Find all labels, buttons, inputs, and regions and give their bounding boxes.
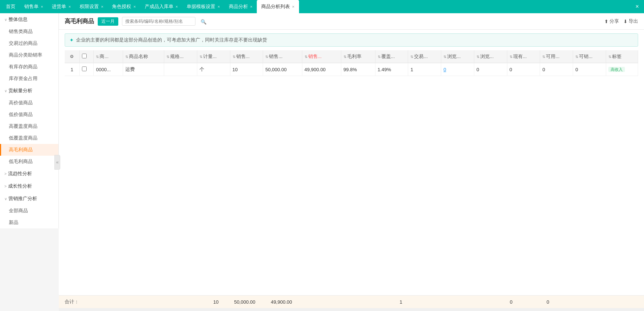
row-sellable-stock: 0	[573, 63, 606, 76]
sidebar-item-all-goods[interactable]: 全部商品	[0, 205, 58, 217]
sidebar-group-marketing[interactable]: ∨ 营销推广分析	[0, 192, 58, 205]
col-settings[interactable]: ⚙	[65, 50, 79, 63]
col-sales-amount[interactable]: ⇅销售...	[263, 50, 302, 63]
sidebar-group-contribution[interactable]: ∨ 贡献量分析	[0, 84, 58, 97]
table-container: ⚙ ⇅商... ⇅商品名称 ⇅规格... ⇅计量... ⇅销售... ⇅销售..…	[59, 50, 644, 295]
footer-totals-bar: 合计： 10 50,000.00 49,900.00 1 0 0	[59, 295, 644, 308]
search-button[interactable]: 🔍	[199, 18, 208, 25]
close-product-inbound-tab[interactable]: ×	[176, 0, 178, 13]
arrow-marketing: ∨	[4, 197, 7, 201]
footer-label: 合计：	[65, 299, 79, 305]
row-code[interactable]: 0000...	[94, 63, 123, 76]
sidebar-item-high-value[interactable]: 高价值商品	[0, 97, 58, 109]
sidebar-item-low-margin[interactable]: 低毛利商品	[0, 156, 58, 167]
sidebar-item-in-stock[interactable]: 有库存的商品	[0, 61, 58, 73]
content-panel: 高毛利商品 近一月 🔍 ⬆ 分享 ⬇ 导出 ✦ 企业的主要的利润都是这部分商品创…	[59, 13, 644, 311]
table-row: 1 0000... 运费 个 10 50,000.00 49,900.00 99…	[65, 63, 638, 76]
col-current-stock[interactable]: ⇅现有...	[507, 50, 540, 63]
sidebar-item-sales-goods[interactable]: 销售类商品	[0, 26, 58, 37]
sidebar-group-trend[interactable]: > 流趋性分析	[0, 167, 58, 180]
close-permission-tab[interactable]: ×	[101, 0, 103, 13]
search-icon: 🔍	[201, 19, 206, 25]
sidebar-item-high-coverage[interactable]: 高覆盖度商品	[0, 120, 58, 132]
nav-tab-product-inbound[interactable]: 产成品入库单 ×	[140, 0, 182, 13]
col-sales-qty[interactable]: ⇅销售...	[230, 50, 263, 63]
close-analysis-tab[interactable]: ×	[250, 0, 252, 13]
nav-tab-permission[interactable]: 权限设置 ×	[75, 0, 108, 13]
sidebar-group-growth[interactable]: > 成长性分析	[0, 180, 58, 192]
row-checkbox[interactable]	[79, 63, 94, 76]
col-available-stock[interactable]: ⇅可用...	[540, 50, 573, 63]
row-gross-margin: 99.8%	[341, 63, 375, 76]
export-button[interactable]: ⬇ 导出	[623, 18, 638, 25]
sidebar-item-stock-capital[interactable]: 库存资金占用	[0, 73, 58, 84]
close-sales-tab[interactable]: ×	[41, 0, 43, 13]
nav-tab-analysis-list[interactable]: 商品分析列表 ×	[257, 0, 299, 13]
row-name: 运费	[123, 63, 164, 76]
sidebar-item-low-value[interactable]: 低价值商品	[0, 109, 58, 120]
col-code[interactable]: ⇅商...	[94, 50, 123, 63]
footer-sales-amount: 50,000.00	[226, 299, 255, 305]
nav-tab-sales[interactable]: 销售单 ×	[20, 0, 47, 13]
row-sales-amount: 50,000.00	[263, 63, 302, 76]
sidebar-item-category-rate[interactable]: 商品分类助销率	[0, 49, 58, 61]
table-header-row: ⚙ ⇅商... ⇅商品名称 ⇅规格... ⇅计量... ⇅销售... ⇅销售..…	[65, 50, 638, 63]
window-close-button[interactable]: ×	[632, 3, 643, 10]
search-input[interactable]	[122, 17, 195, 26]
col-unit[interactable]: ⇅计量...	[197, 50, 230, 63]
row-available-stock: 0	[540, 63, 573, 76]
footer-sales-profit: 49,900.00	[263, 299, 292, 305]
close-role-tab[interactable]: ×	[133, 0, 136, 13]
info-icon: ✦	[69, 37, 74, 43]
row-select-checkbox[interactable]	[82, 66, 87, 71]
horizontal-scrollbar[interactable]	[59, 308, 644, 311]
sidebar-item-low-coverage[interactable]: 低覆盖度商品	[0, 132, 58, 144]
col-views1[interactable]: ⇅浏览...	[441, 50, 474, 63]
row-num: 1	[65, 63, 79, 76]
nav-tab-role[interactable]: 角色授权 ×	[108, 0, 140, 13]
row-unit: 个	[197, 63, 230, 76]
arrow-contribution: ∨	[4, 89, 7, 93]
top-nav: 首页 销售单 × 进货单 × 权限设置 × 角色授权 × 产成品入库单 × 单据…	[0, 0, 644, 13]
row-sales-qty: 10	[230, 63, 263, 76]
sidebar-item-traded-goods[interactable]: 交易过的商品	[0, 37, 58, 49]
footer-current-stock: 0	[483, 299, 512, 305]
col-checkbox	[79, 50, 94, 63]
arrow-growth: >	[4, 184, 7, 188]
sidebar-collapse-button[interactable]: «	[54, 155, 60, 170]
col-tag[interactable]: ⇅标签	[606, 50, 638, 63]
share-button[interactable]: ⬆ 分享	[604, 18, 619, 25]
col-spec[interactable]: ⇅规格...	[164, 50, 197, 63]
filter-month-button[interactable]: 近一月	[98, 17, 118, 26]
row-tag: 高收入	[606, 63, 638, 76]
col-views2[interactable]: ⇅浏览...	[474, 50, 507, 63]
arrow-overall: ∨	[4, 18, 7, 22]
row-coverage: 1.49%	[375, 63, 408, 76]
export-icon: ⬇	[623, 19, 627, 24]
col-sales-profit[interactable]: ⇅销售...	[302, 50, 341, 63]
row-spec	[164, 63, 197, 76]
content-header: 高毛利商品 近一月 🔍 ⬆ 分享 ⬇ 导出	[59, 13, 644, 30]
close-purchase-tab[interactable]: ×	[68, 0, 71, 13]
arrow-trend: >	[4, 172, 7, 176]
select-all-checkbox[interactable]	[82, 54, 87, 58]
nav-tab-home[interactable]: 首页	[1, 0, 20, 13]
col-gross-margin[interactable]: ⇅毛利率	[341, 50, 375, 63]
col-coverage[interactable]: ⇅覆盖...	[375, 50, 408, 63]
sidebar: ∨ 整体信息 销售类商品 交易过的商品 商品分类助销率 有库存的商品 库存资金占…	[0, 13, 59, 228]
sidebar-item-new-goods[interactable]: 新品	[0, 217, 58, 228]
close-template-tab[interactable]: ×	[217, 0, 220, 13]
close-analysis-list-tab[interactable]: ×	[292, 0, 294, 13]
row-views1[interactable]: 0	[441, 63, 474, 76]
row-current-stock: 0	[507, 63, 540, 76]
nav-tab-template[interactable]: 单据模板设置 ×	[182, 0, 224, 13]
nav-tab-purchase[interactable]: 进货单 ×	[47, 0, 75, 13]
page-title: 高毛利商品	[65, 18, 94, 25]
col-name[interactable]: ⇅商品名称	[123, 50, 164, 63]
row-transaction: 1	[408, 63, 441, 76]
col-transaction[interactable]: ⇅交易...	[408, 50, 441, 63]
nav-tab-analysis[interactable]: 商品分析 ×	[224, 0, 257, 13]
sidebar-group-overall[interactable]: ∨ 整体信息	[0, 13, 58, 26]
col-sellable-stock[interactable]: ⇅可销...	[573, 50, 606, 63]
sidebar-item-high-margin[interactable]: 高毛利商品	[0, 144, 58, 156]
